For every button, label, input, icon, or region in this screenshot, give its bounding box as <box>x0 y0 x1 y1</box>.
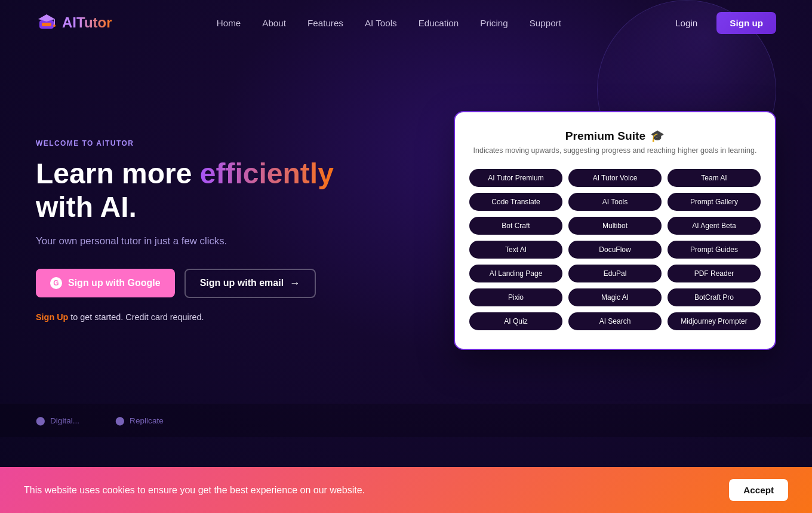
login-button[interactable]: Login <box>666 13 707 33</box>
premium-title: Premium Suite 🎓 <box>469 129 761 143</box>
main-nav: Home About Features AI Tools Education P… <box>217 18 561 28</box>
feature-pill: AI Quiz <box>469 312 562 330</box>
feature-pill: AI Agent Beta <box>668 217 761 235</box>
nav-pricing[interactable]: Pricing <box>480 18 508 28</box>
feature-pill: AI Search <box>568 312 662 330</box>
feature-pill: AI Tools <box>568 193 662 211</box>
footer-item-replicate: ⬤ Replicate <box>115 416 164 425</box>
google-icon: G <box>50 277 62 289</box>
replicate-icon: ⬤ <box>115 416 125 425</box>
feature-pill: BotCraft Pro <box>668 288 761 306</box>
nav-education[interactable]: Education <box>419 18 459 28</box>
feature-pill: EduPal <box>568 265 662 282</box>
svg-rect-3 <box>54 19 55 25</box>
feature-pill: Prompt Guides <box>668 241 761 259</box>
welcome-tag: WELCOME TO AITUTOR <box>36 139 346 148</box>
nav-home[interactable]: Home <box>217 18 241 28</box>
premium-title-icon: 🎓 <box>650 129 665 143</box>
svg-rect-1 <box>42 23 51 26</box>
signup-email-label: Sign up with email <box>200 278 284 288</box>
premium-title-text: Premium Suite <box>565 130 645 143</box>
nav-features[interactable]: Features <box>307 18 343 28</box>
hero-title: Learn more efficiently with AI. <box>36 157 346 223</box>
digital-icon: ⬤ <box>36 416 45 425</box>
feature-pill: Magic AI <box>568 288 662 306</box>
signup-note-suffix: to get started. Credit card required. <box>68 312 204 322</box>
hero-content: WELCOME TO AITUTOR Learn more efficientl… <box>36 139 346 321</box>
svg-marker-2 <box>38 14 55 21</box>
premium-card: Premium Suite 🎓 Indicates moving upwards… <box>454 111 776 350</box>
feature-pill: Code Translate <box>469 193 562 211</box>
cookie-banner: This website uses cookies to ensure you … <box>0 467 812 513</box>
feature-pill: Prompt Gallery <box>668 193 761 211</box>
signup-note-link[interactable]: Sign Up <box>36 312 68 322</box>
footer-replicate-label: Replicate <box>130 416 164 425</box>
feature-pill: Text AI <box>469 241 562 259</box>
feature-pill: AI Landing Page <box>469 265 562 282</box>
feature-pill: Pixio <box>469 288 562 306</box>
nav-support[interactable]: Support <box>530 18 561 28</box>
hero-title-start: Learn more <box>36 158 200 189</box>
hero-buttons: G Sign up with Google Sign up with email… <box>36 269 346 298</box>
feature-pill: PDF Reader <box>668 265 761 282</box>
hero-title-highlight: efficiently <box>200 158 334 189</box>
features-grid: AI Tutor PremiumAI Tutor VoiceTeam AICod… <box>469 169 761 330</box>
nav-about[interactable]: About <box>262 18 286 28</box>
feature-pill: DocuFlow <box>568 241 662 259</box>
svg-point-4 <box>53 24 56 27</box>
signup-email-button[interactable]: Sign up with email → <box>184 269 316 298</box>
logo[interactable]: AITutor <box>36 12 112 33</box>
premium-subtitle: Indicates moving upwards, suggesting pro… <box>469 146 761 155</box>
feature-pill: Team AI <box>668 169 761 187</box>
brand-name: AITutor <box>62 14 112 31</box>
signup-google-button[interactable]: G Sign up with Google <box>36 269 175 297</box>
footer-strip: ⬤ Digital... ⬤ Replicate <box>0 404 812 437</box>
feature-pill: Bot Craft <box>469 217 562 235</box>
cookie-accept-button[interactable]: Accept <box>729 479 788 501</box>
feature-pill: Multibot <box>568 217 662 235</box>
signup-google-label: Sign up with Google <box>68 278 161 288</box>
nav-ai-tools[interactable]: AI Tools <box>365 18 397 28</box>
feature-pill: Midjourney Prompter <box>668 312 761 330</box>
signup-header-button[interactable]: Sign up <box>716 12 776 34</box>
logo-icon <box>36 12 57 33</box>
cookie-message: This website uses cookies to ensure you … <box>24 485 365 496</box>
header-actions: Login Sign up <box>666 12 776 34</box>
arrow-icon: → <box>290 277 300 290</box>
hero-section: WELCOME TO AITUTOR Learn more efficientl… <box>0 45 812 404</box>
footer-item-digital: ⬤ Digital... <box>36 416 79 425</box>
footer-digital-label: Digital... <box>50 416 79 425</box>
hero-title-end: with AI. <box>36 191 137 223</box>
feature-pill: AI Tutor Voice <box>568 169 662 187</box>
signup-note: Sign Up to get started. Credit card requ… <box>36 312 346 322</box>
hero-subtitle: Your own personal tutor in just a few cl… <box>36 235 346 247</box>
feature-pill: AI Tutor Premium <box>469 169 562 187</box>
